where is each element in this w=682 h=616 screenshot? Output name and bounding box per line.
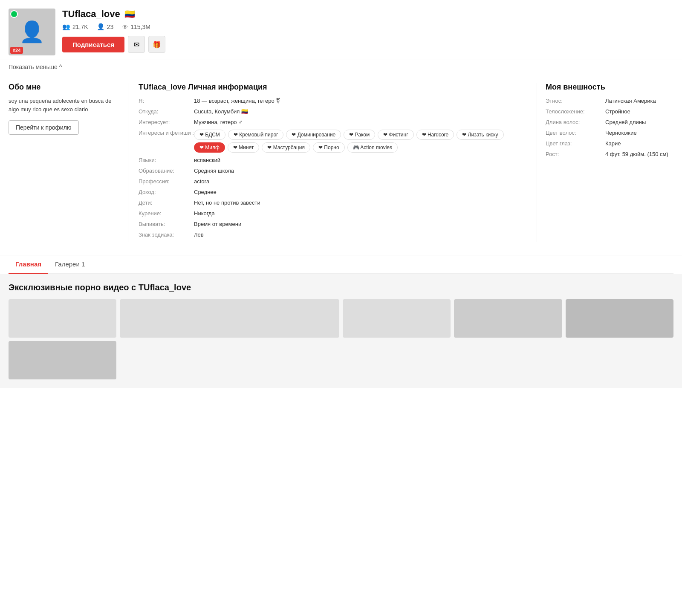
video-card-3[interactable] xyxy=(343,299,451,338)
appearance-eye-color: Цвет глаз: Карие xyxy=(546,140,673,147)
field-children: Дети: Нет, но не против завести xyxy=(139,200,526,206)
video-card-5[interactable] xyxy=(566,299,673,338)
following-count: 23 xyxy=(107,23,114,30)
field-ya-value: 18 — возраст, женщина, гетеро ⚧ xyxy=(194,98,526,104)
field-smoking-value: Никогда xyxy=(194,210,526,217)
svg-point-0 xyxy=(12,12,16,16)
field-drinking: Выпивать: Время от времени xyxy=(139,221,526,227)
gift-button[interactable]: 🎁 xyxy=(148,36,165,53)
views-count: 115,3M xyxy=(130,23,150,30)
fetish-tags-container: ❤ БДСМ ❤ Кремовый пирог ❤ Доминирование … xyxy=(194,130,526,153)
tag-action-movies[interactable]: 🎮 Action movies xyxy=(347,142,398,153)
tag-porn[interactable]: ❤ Порно xyxy=(313,142,345,153)
about-text: soy una pequeña adolecente en busca de a… xyxy=(9,97,119,113)
field-education-value: Средняя школа xyxy=(194,168,526,174)
appearance-eye-color-label: Цвет глаз: xyxy=(546,140,605,147)
stats-row: 👥 21,7K 👤 23 👁 115,3M xyxy=(62,23,673,31)
appearance-ethnos-value: Латинская Америка xyxy=(605,98,656,104)
tag-fisting[interactable]: ❤ Фистинг xyxy=(378,130,413,140)
tag-bdsm[interactable]: ❤ БДСМ xyxy=(194,130,225,140)
appearance-height-label: Рост: xyxy=(546,151,605,157)
profile-body: Обо мне soy una pequeña adolecente en bu… xyxy=(0,74,682,251)
go-to-profile-button[interactable]: Перейти к профилю xyxy=(9,120,79,135)
field-interests: Интересует: Мужчина, гетеро ♂ xyxy=(139,119,526,125)
tab-galleries[interactable]: Галереи 1 xyxy=(48,255,92,274)
field-education-label: Образование: xyxy=(139,168,194,174)
tag-licking[interactable]: ❤ Лизать киску xyxy=(457,130,503,140)
rank-badge: #24 xyxy=(10,47,23,54)
tag-domination[interactable]: ❤ Доминирование xyxy=(286,130,341,140)
followers-count: 21,7K xyxy=(72,23,88,30)
field-children-value: Нет, но не против завести xyxy=(194,200,526,206)
tag-rakom[interactable]: ❤ Раком xyxy=(344,130,375,140)
field-profession-label: Профессия: xyxy=(139,178,194,185)
video-card-1[interactable] xyxy=(9,299,116,338)
tag-masturbation[interactable]: ❤ Мастурбация xyxy=(262,142,310,153)
followers-stat: 👥 21,7K xyxy=(62,23,88,31)
field-drinking-value: Время от времени xyxy=(194,221,526,227)
field-income-label: Доход: xyxy=(139,189,194,195)
tag-milf[interactable]: ❤ Милф xyxy=(194,142,225,153)
videos-section: Эксклюзивные порно видео с TUflaca_love xyxy=(0,274,682,388)
personal-section: TUflaca_love Личная информация Я: 18 — в… xyxy=(128,83,537,242)
following-stat: 👤 23 xyxy=(97,23,114,31)
appearance-hair-length: Длина волос: Средней длины xyxy=(546,119,673,125)
about-section: Обо мне soy una pequeña adolecente en bu… xyxy=(9,83,128,242)
followers-icon: 👥 xyxy=(62,23,70,31)
appearance-build-value: Стройное xyxy=(605,108,630,115)
field-interests-label: Интересует: xyxy=(139,119,194,125)
field-smoking: Курение: Никогда xyxy=(139,210,526,217)
field-from-value: Cucuta, Колумбия 🇨🇴 xyxy=(194,108,526,115)
field-education: Образование: Средняя школа xyxy=(139,168,526,174)
profile-username: TUflaca_love xyxy=(62,9,120,20)
tab-home[interactable]: Главная xyxy=(9,255,48,274)
avatar-container: 👤 #24 xyxy=(9,9,55,55)
field-income-value: Среднее xyxy=(194,189,526,195)
field-children-label: Дети: xyxy=(139,200,194,206)
appearance-eye-color-value: Карие xyxy=(605,140,621,147)
field-smoking-label: Курение: xyxy=(139,210,194,217)
field-fetish: Интересы и фетиши : ❤ БДСМ ❤ Кремовый пи… xyxy=(139,130,526,153)
envelope-icon: ✉ xyxy=(134,40,139,49)
tag-hardcore[interactable]: ❤ Hardcore xyxy=(416,130,454,140)
appearance-ethnos-label: Этнос: xyxy=(546,98,605,104)
following-icon: 👤 xyxy=(97,23,105,31)
appearance-hair-length-label: Длина волос: xyxy=(546,119,605,125)
avatar-icon: 👤 xyxy=(19,20,45,44)
appearance-hair-color-value: Чернокожие xyxy=(605,130,637,136)
field-profession: Профессия: actora xyxy=(139,178,526,185)
field-from-label: Откуда: xyxy=(139,108,194,115)
field-languages-value: испанский xyxy=(194,157,526,163)
appearance-height: Рост: 4 фут. 59 дюйм. (150 см) xyxy=(546,151,673,157)
videos-title: Эксклюзивные порно видео с TUflaca_love xyxy=(9,283,673,292)
actions-row: Подписаться ✉ 🎁 xyxy=(62,36,673,53)
profile-flag: 🇨🇴 xyxy=(124,9,135,19)
appearance-build-label: Телосложение: xyxy=(546,108,605,115)
field-zodiac: Знак зодиака: Лев xyxy=(139,231,526,238)
tag-cream[interactable]: ❤ Кремовый пирог xyxy=(228,130,284,140)
video-card-6[interactable] xyxy=(9,341,116,379)
field-fetish-label: Интересы и фетиши : xyxy=(139,130,194,136)
views-icon: 👁 xyxy=(122,23,128,31)
field-drinking-label: Выпивать: xyxy=(139,221,194,227)
appearance-hair-color: Цвет волос: Чернокожие xyxy=(546,130,673,136)
appearance-section: Моя внешность Этнос: Латинская Америка Т… xyxy=(537,83,673,242)
show-less-button[interactable]: Показать меньше ^ xyxy=(0,60,682,74)
field-income: Доход: Среднее xyxy=(139,189,526,195)
videos-grid xyxy=(9,299,673,379)
appearance-hair-length-value: Средней длины xyxy=(605,119,646,125)
video-card-2[interactable] xyxy=(120,299,339,338)
personal-title: TUflaca_love Личная информация xyxy=(139,83,526,92)
gift-icon: 🎁 xyxy=(153,40,161,49)
views-stat: 👁 115,3M xyxy=(122,23,150,31)
message-button[interactable]: ✉ xyxy=(128,36,145,53)
field-interests-value: Мужчина, гетеро ♂ xyxy=(194,119,526,125)
field-languages: Языки: испанский xyxy=(139,157,526,163)
appearance-hair-color-label: Цвет волос: xyxy=(546,130,605,136)
subscribe-button[interactable]: Подписаться xyxy=(62,37,124,52)
video-card-4[interactable] xyxy=(454,299,562,338)
field-zodiac-value: Лев xyxy=(194,231,526,238)
appearance-title: Моя внешность xyxy=(546,83,673,92)
about-title: Обо мне xyxy=(9,83,119,92)
tag-blowjob[interactable]: ❤ Минет xyxy=(228,142,259,153)
